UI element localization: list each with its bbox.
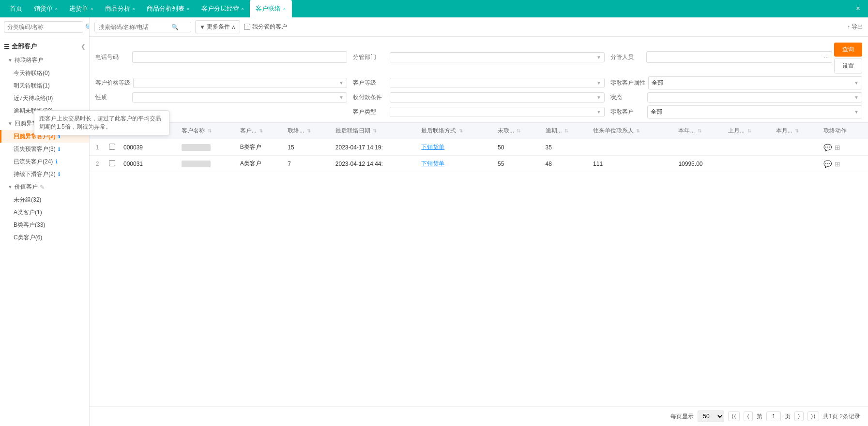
price-grade-select[interactable]: ▼	[133, 78, 347, 88]
col-last-contact-date: 最后联络日期 ⇅	[332, 123, 418, 139]
per-page-label: 每页显示	[670, 412, 694, 421]
phone-label: 电话号码	[95, 53, 129, 61]
person-select[interactable]: ···	[646, 51, 832, 63]
sort-last-contact-date-icon[interactable]: ⇅	[373, 128, 377, 133]
sort-contact-count-icon[interactable]: ⇅	[307, 128, 311, 133]
filter-arrow-icon: ∧	[231, 24, 236, 30]
row-2-chat-icon[interactable]: 💬	[823, 160, 832, 168]
sort-un-contact-icon[interactable]: ⇅	[517, 128, 520, 133]
sidebar-search-icon[interactable]: 🔍	[85, 23, 90, 31]
page-suffix: 页	[785, 412, 791, 421]
sort-overdue-icon[interactable]: ⇅	[564, 128, 568, 133]
row-2-overdue: 48	[542, 156, 590, 172]
already-lost-info-icon[interactable]: ℹ	[56, 159, 58, 164]
nature-label: 性质	[95, 93, 129, 102]
sort-last-month-icon[interactable]: ⇅	[747, 128, 751, 133]
status-select[interactable]: ▼	[647, 92, 862, 103]
customer-type-label: 客户类型	[353, 108, 387, 116]
close-product-analysis-icon[interactable]: ×	[132, 6, 135, 12]
main-layout: 🔍 ☰ 全部客户 ❮ ▼ 待联络客户 今天待联络(0) 明天待联络(1) 近7天…	[0, 17, 868, 426]
sidebar: 🔍 ☰ 全部客户 ❮ ▼ 待联络客户 今天待联络(0) 明天待联络(1) 近7天…	[0, 17, 90, 426]
sort-customer-name-icon[interactable]: ⇅	[208, 128, 212, 133]
sidebar-item-today-contact[interactable]: 今天待联络(0)	[0, 67, 89, 79]
filter-row-scatter-customer: 零散客户 全部 ▼	[610, 105, 862, 118]
scatter-attr-select[interactable]: 全部 ▼	[648, 76, 862, 89]
sort-current-year-icon[interactable]: ⇅	[698, 128, 701, 133]
row-1-actions: 💬 ⊞	[820, 139, 868, 156]
per-page-select[interactable]: 50 100 200	[698, 411, 724, 422]
payment-select[interactable]: ▼	[390, 92, 605, 103]
sidebar-item-class-a[interactable]: A类客户(1)	[0, 206, 89, 219]
nav-product-analysis[interactable]: 商品分析 ×	[99, 0, 141, 17]
page-number-input[interactable]	[766, 411, 781, 421]
sidebar-item-class-b[interactable]: B类客户(33)	[0, 219, 89, 231]
row-1-contact-count: 15	[284, 139, 332, 156]
nav-home[interactable]: 首页	[4, 0, 28, 17]
sidebar-section-value-customers[interactable]: ▼ 价值客户 ✎	[0, 180, 89, 193]
customer-grade-select[interactable]: ▼	[390, 78, 605, 88]
row-2-name	[178, 156, 236, 172]
close-product-analysis-list-icon[interactable]: ×	[186, 6, 189, 12]
setting-button[interactable]: 设置	[834, 59, 862, 73]
sort-related-contacts-icon[interactable]: ⇅	[636, 128, 640, 133]
nav-product-analysis-list[interactable]: 商品分析列表 ×	[141, 0, 195, 17]
sidebar-item-loss-warning[interactable]: 流失预警客户(3) ℹ	[0, 143, 89, 155]
my-customer-filter[interactable]: 我分管的客户	[244, 23, 287, 31]
nature-select[interactable]: ▼	[132, 92, 347, 103]
close-customer-segment-icon[interactable]: ×	[241, 6, 244, 12]
col-current-month: 本月... ⇅	[772, 123, 820, 139]
filter-row-customer-grade: 客户等级 ▼	[353, 76, 605, 89]
next-page-button[interactable]: ⟩	[794, 411, 804, 421]
scatter-attr-arrow-icon: ▼	[854, 80, 859, 86]
sidebar-search-input[interactable]	[4, 21, 83, 33]
row-2-grid-icon[interactable]: ⊞	[835, 160, 840, 168]
nav-sales-order[interactable]: 销货单 ×	[28, 0, 63, 17]
query-button[interactable]: 查询	[834, 43, 862, 57]
row-1-grid-icon[interactable]: ⊞	[835, 144, 840, 151]
sort-current-month-icon[interactable]: ⇅	[795, 128, 799, 133]
nav-customer-contact[interactable]: 客户联络 ×	[250, 0, 291, 17]
window-close-button[interactable]: ×	[852, 4, 864, 13]
export-button[interactable]: ↑ 导出	[847, 23, 863, 31]
main-search-icon[interactable]: 🔍	[171, 24, 179, 30]
my-customer-checkbox[interactable]	[244, 24, 250, 30]
row-1-last-contact-method: 下销货单	[417, 139, 494, 156]
toolbar: 🔍 ▼ 更多条件 ∧ 我分管的客户 ↑ 导出	[90, 17, 868, 37]
row-num-2: 2	[90, 156, 105, 172]
row-1-chat-icon[interactable]: 💬	[823, 144, 832, 151]
dept-select[interactable]: ▼	[390, 52, 605, 62]
row-1-checkbox[interactable]	[109, 144, 115, 150]
sidebar-item-tomorrow-contact[interactable]: 明天待联络(1)	[0, 79, 89, 92]
value-customers-edit-icon[interactable]: ✎	[40, 184, 45, 191]
sidebar-item-class-c[interactable]: C类客户(6)	[0, 231, 89, 244]
nav-purchase-order[interactable]: 进货单 ×	[63, 0, 99, 17]
close-customer-contact-icon[interactable]: ×	[283, 6, 286, 12]
last-page-button[interactable]: ⟩⟩	[807, 411, 819, 421]
sidebar-item-ungrouped[interactable]: 未分组(32)	[0, 193, 89, 206]
close-sales-order-icon[interactable]: ×	[55, 6, 58, 12]
close-purchase-order-icon[interactable]: ×	[90, 6, 93, 12]
main-search-input[interactable]	[99, 24, 171, 30]
sidebar-all-customers[interactable]: ☰ 全部客户 ❮	[0, 39, 89, 54]
row-1-method-link[interactable]: 下销货单	[421, 144, 444, 150]
sidebar-item-7days-contact[interactable]: 近7天待联络(0)	[0, 92, 89, 104]
sidebar-section-pending-contact[interactable]: ▼ 待联络客户	[0, 54, 89, 67]
nature-arrow-icon: ▼	[339, 95, 344, 100]
sidebar-item-already-lost[interactable]: 已流失客户(24) ℹ	[0, 155, 89, 168]
more-filter-button[interactable]: ▼ 更多条件 ∧	[195, 20, 240, 33]
row-2-method-link[interactable]: 下销货单	[421, 160, 444, 167]
customer-type-select[interactable]: ▼	[390, 107, 605, 117]
scatter-customer-select[interactable]: 全部 ▼	[647, 105, 862, 118]
sidebar-collapse-icon[interactable]: ❮	[81, 44, 85, 50]
phone-input[interactable]	[132, 51, 347, 63]
first-page-button[interactable]: ⟨⟨	[728, 411, 740, 421]
declining-info-icon[interactable]: ℹ	[58, 171, 60, 177]
nav-customer-segment[interactable]: 客户分层经营 ×	[196, 0, 250, 17]
sort-customer-type-icon[interactable]: ⇅	[259, 128, 263, 133]
row-1-related-contacts	[589, 139, 674, 156]
row-2-checkbox[interactable]	[109, 160, 115, 166]
sidebar-item-declining[interactable]: 持续下滑客户(2) ℹ	[0, 168, 89, 180]
loss-warning-info-icon[interactable]: ℹ	[58, 146, 60, 152]
prev-page-button[interactable]: ⟨	[744, 411, 753, 421]
sort-last-contact-method-icon[interactable]: ⇅	[459, 128, 463, 133]
